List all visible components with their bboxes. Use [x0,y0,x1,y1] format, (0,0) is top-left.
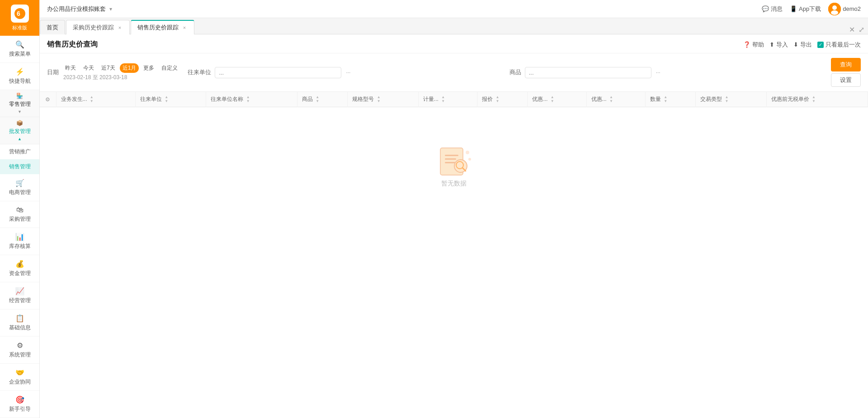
sidebar-item-label: 经营管理 [9,297,31,304]
filter-settings-button[interactable]: 设置 [831,73,861,87]
finance-icon: 💰 [15,260,24,268]
goods-filter-group: 商品 ··· [509,67,824,78]
gear-icon: ⚙ [45,96,50,103]
date-btn-7days[interactable]: 近7天 [99,63,118,73]
sidebar-item-marketing[interactable]: 营销推广 [0,144,39,159]
table-col-price[interactable]: 报价 ▲▼ [477,92,528,107]
sidebar-item-search-menu[interactable]: 🔍 搜索菜单 [0,36,39,63]
tab-purchase-history[interactable]: 采购历史价跟踪 × [66,20,130,34]
page-actions: ❓ 帮助 ⬆ 导入 ⬇ 导出 只看最后一次 [743,41,861,49]
message-button[interactable]: 💬 消息 [762,5,783,13]
table-col-unit[interactable]: 计量... ▲▼ [418,92,477,107]
topbar-left: 办公用品行业模拟账套 ▾ [47,5,112,13]
sidebar-item-retail-mgmt[interactable]: 🏪 零售管理 ▼ [0,90,39,117]
table-col-biz-date[interactable]: 业务发生... ▲▼ [56,92,135,107]
search-icon: 🔍 [15,40,24,49]
table-col-trade-type[interactable]: 交易类型 ▲▼ [696,92,767,107]
sidebar-item-label: 系统管理 [9,351,31,359]
sort-icon-partner-name: ▲▼ [246,95,250,103]
date-btn-more[interactable]: 更多 [141,63,157,73]
sidebar-item-new-guide[interactable]: 🎯 新手引导 [0,391,39,418]
checkbox-checked-icon [817,42,824,48]
empty-text: 暂无数据 [441,180,467,188]
sort-icon-unit: ▲▼ [441,95,445,103]
sidebar-item-wholesale-mgmt[interactable]: 📦 批发管理 ▲ [0,117,39,144]
table-header-row: ⚙ 业务发生... ▲▼ 往来单位 ▲▼ 往来单位名称 ▲▼ [40,92,868,107]
sidebar-item-basic-info[interactable]: 📋 基础信息 [0,309,39,337]
tab-sales-close[interactable]: × [181,24,188,31]
sidebar-item-system[interactable]: ⚙ 系统管理 [0,337,39,364]
table-col-goods[interactable]: 商品 ▲▼ [297,92,347,107]
sidebar-item-purchase[interactable]: 🛍 采购管理 [0,201,39,228]
sidebar-item-label: 营销推广 [9,148,31,156]
sort-icon-trade-type: ▲▼ [725,95,729,103]
only-last-checkbox[interactable]: 只看最后一次 [817,41,861,49]
sidebar-item-inventory[interactable]: 📊 库存核算 [0,228,39,255]
date-btn-yesterday[interactable]: 昨天 [62,63,79,73]
import-button[interactable]: ⬆ 导入 [769,41,788,49]
query-button[interactable]: 查询 [831,58,861,71]
sidebar-item-label: 资金管理 [9,270,31,277]
user-avatar [828,3,841,15]
sidebar-item-enterprise[interactable]: 🤝 企业协同 [0,364,39,391]
logo-icon: 6 [11,5,29,23]
col-partner-code-label: 往来单位 [140,96,162,102]
table-col-pretax-price[interactable]: 优惠前无税单价 ▲▼ [766,92,868,107]
operations-icon: 📈 [15,287,24,295]
date-filter-label: 日期 [47,68,59,76]
page-title: 销售历史价查询 [47,40,98,49]
date-btn-today[interactable]: 今天 [80,63,97,73]
sidebar-item-label: 零售管理 [9,100,31,108]
date-btn-custom[interactable]: 自定义 [159,63,180,73]
svg-point-3 [832,5,837,10]
query-actions: 查询 设置 [831,58,861,87]
table-col-discount2[interactable]: 优惠... ▲▼ [586,92,645,107]
col-discount2-label: 优惠... [591,96,607,102]
tab-home-label: 首页 [47,24,58,32]
sort-icon-price: ▲▼ [495,95,499,103]
date-filter-group: 日期 昨天 今天 近7天 近1月 更多 自定义 2023-02-18 至 202… [47,63,180,81]
sort-icon-biz-date: ▲▼ [90,95,94,103]
goods-more-icon[interactable]: ··· [656,69,660,76]
help-button[interactable]: ❓ 帮助 [743,41,764,49]
table-col-qty[interactable]: 数量 ▲▼ [645,92,695,107]
export-button[interactable]: ⬇ 导出 [793,41,812,49]
col-partner-name-label: 往来单位名称 [211,96,243,102]
table-col-discount1[interactable]: 优惠... ▲▼ [528,92,586,107]
partner-input[interactable] [215,67,341,78]
tab-actions: ✕ ⤢ [849,25,868,34]
sidebar-item-quick-nav[interactable]: ⚡ 快捷导航 [0,63,39,90]
sidebar-item-finance[interactable]: 💰 资金管理 [0,255,39,282]
app-download-button[interactable]: 📱 App下载 [790,5,821,13]
partner-more-icon[interactable]: ··· [346,69,350,76]
tab-close-all-button[interactable]: ✕ [849,25,855,34]
user-menu[interactable]: demo2 [828,3,861,15]
sidebar-item-sales-mgmt[interactable]: 销售管理 [0,159,39,174]
basic-info-icon: 📋 [15,314,24,323]
download-icon: 📱 [790,5,797,12]
sidebar-logo: 6 标准版 [0,0,40,36]
tab-sales-history[interactable]: 销售历史价跟踪 × [131,20,194,34]
help-label: 帮助 [752,41,764,49]
app-dropdown-button[interactable]: ▾ [109,6,112,12]
tab-purchase-close[interactable]: × [117,24,123,31]
tab-home[interactable]: 首页 [40,20,65,34]
table-col-settings[interactable]: ⚙ [40,92,56,107]
sidebar-item-ecommerce[interactable]: 🛒 电商管理 [0,174,39,201]
table-col-partner-name[interactable]: 往来单位名称 ▲▼ [206,92,297,107]
goods-input[interactable] [525,67,651,78]
date-btn-1month[interactable]: 近1月 [120,63,139,73]
sidebar-item-label: 基础信息 [9,324,31,332]
col-biz-date-label: 业务发生... [61,96,87,102]
import-label: 导入 [776,41,788,49]
retail-icon: 🏪 [16,93,23,99]
sidebar-item-operations[interactable]: 📈 经营管理 [0,282,39,309]
empty-state: 暂无数据 [40,107,868,224]
col-goods-label: 商品 [302,96,313,102]
sidebar: 6 标准版 🔍 搜索菜单 ⚡ 快捷导航 🏪 零售管理 ▼ 📦 批发管理 ▲ 营销… [0,0,40,418]
table-col-spec[interactable]: 规格型号 ▲▼ [348,92,419,107]
tab-maximize-button[interactable]: ⤢ [859,25,864,34]
table-col-partner-code[interactable]: 往来单位 ▲▼ [135,92,206,107]
chevron-down-icon: ▼ [18,109,22,114]
empty-illustration [431,143,476,180]
